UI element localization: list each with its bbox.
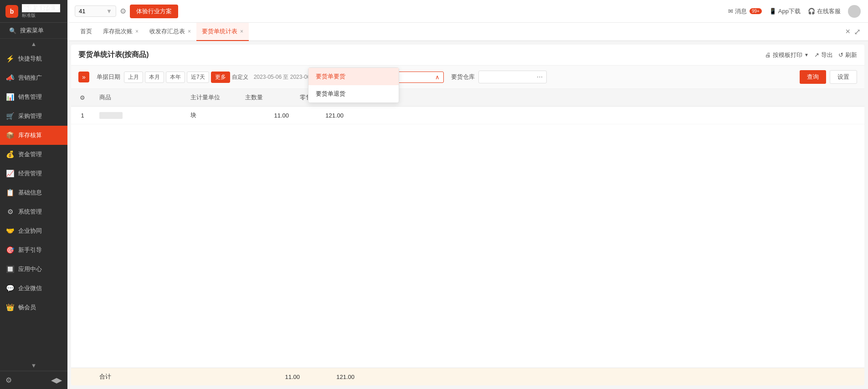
app-logo: b 畅捷通好生意 标准版 (0, 0, 67, 23)
sales-icon: 📊 (5, 92, 15, 102)
topbar: ▼ ⚙ 体验行业方案 ✉ 消息 99+ 📱 App下载 🎧 在线客服 (67, 0, 868, 23)
filter-row: » 单据日期 上月 本月 本年 近7天 更多 自定义 2023-05-06 至 … (78, 70, 857, 84)
sidebar-item-label: 新手引导 (18, 246, 42, 254)
sidebar-item-label: 经营管理 (18, 169, 42, 178)
export-button[interactable]: ↗ 导出 (814, 51, 833, 59)
sidebar-item-app-center[interactable]: 🔲 应用中心 (0, 260, 67, 279)
user-avatar[interactable] (848, 5, 861, 18)
tab-stock-summary[interactable]: 收发存汇总表 × (144, 23, 196, 41)
finance-icon: 💰 (5, 150, 15, 159)
query-button[interactable]: 查询 (800, 70, 826, 84)
sidebar-item-wechat[interactable]: 💬 企业微信 (0, 279, 67, 298)
purchase-icon: 🛒 (5, 112, 15, 121)
type-dropdown-menu: 要货单要货 要货单退货 (308, 67, 399, 103)
export-icon: ↗ (814, 51, 819, 58)
sidebar-item-purchase[interactable]: 🛒 采购管理 (0, 107, 67, 126)
sidebar-item-quick-nav[interactable]: ⚡ 快捷导航 (0, 49, 67, 68)
online-service-icon: 🎧 (808, 8, 815, 15)
app-download-icon: 📱 (769, 8, 776, 15)
sidebar-item-operations[interactable]: 📈 经营管理 (0, 164, 67, 183)
topbar-settings-icon[interactable]: ⚙ (120, 7, 126, 15)
sidebar-item-finance[interactable]: 💰 资金管理 (0, 145, 67, 164)
tab-close-icon[interactable]: × (135, 28, 139, 35)
maximize-icon[interactable]: ⤢ (854, 27, 861, 37)
date-btn-this-year[interactable]: 本年 (166, 72, 185, 83)
sidebar-item-member[interactable]: 👑 畅会员 (0, 298, 67, 317)
marketing-icon: 📣 (5, 73, 15, 82)
page-content: 要货单统计表(按商品) 🖨 按模板打印 ▼ ↗ 导出 ↺ 刷新 (71, 45, 864, 385)
online-service-button[interactable]: 🎧 在线客服 (808, 7, 841, 15)
more-filters-icon[interactable]: ··· (537, 73, 543, 81)
sidebar-item-marketing[interactable]: 📣 营销推广 (0, 68, 67, 87)
sidebar-item-inventory[interactable]: 📦 库存核算 (0, 126, 67, 145)
tabs-bar: 首页 库存批次账 × 收发存汇总表 × 要货单统计表 × × ⤢ (67, 23, 868, 41)
sidebar-item-enterprise[interactable]: 🤝 企业协同 (0, 221, 67, 241)
date-shortcuts: 上月 本月 本年 近7天 更多 自定义 (124, 72, 248, 83)
sidebar-item-guide[interactable]: 🎯 新手引导 (0, 241, 67, 260)
filter-actions: 查询 设置 (800, 70, 857, 84)
table-header: ⚙ 商品 主计量单位 主数量 零售金额 (71, 89, 864, 107)
date-btn-more[interactable]: 更多 (211, 72, 230, 83)
sidebar-nav: ⚡ 快捷导航 📣 营销推广 📊 销售管理 🛒 采购管理 📦 库存核算 💰 资金管… (0, 49, 67, 360)
tab-close-icon[interactable]: × (188, 28, 191, 35)
tab-label: 库存批次账 (103, 27, 133, 36)
refresh-button[interactable]: ↺ 刷新 (838, 51, 857, 59)
col-settings-icon: ⚙ (80, 94, 85, 101)
basic-info-icon: 📋 (5, 188, 15, 197)
sidebar-item-system[interactable]: ⚙ 系统管理 (0, 202, 67, 221)
sidebar-item-basic-info[interactable]: 📋 基础信息 (0, 183, 67, 202)
col-settings[interactable]: ⚙ (71, 89, 94, 107)
sidebar-item-label: 快捷导航 (18, 55, 42, 63)
settings-icon[interactable]: ⚙ (5, 376, 12, 384)
col-quantity: 主数量 (240, 89, 294, 107)
type-select-arrow-icon: ∧ (435, 74, 440, 81)
messages-button[interactable]: ✉ 消息 99+ (728, 7, 762, 15)
sidebar-search[interactable]: 🔍 搜索菜单 (0, 23, 67, 39)
topbar-search-box[interactable]: ▼ (75, 5, 116, 17)
tab-close-icon[interactable]: × (240, 28, 243, 35)
table-container: ⚙ 商品 主计量单位 主数量 零售金额 (71, 89, 864, 124)
close-all-icon[interactable]: × (845, 27, 850, 36)
date-btn-last-7days[interactable]: 近7天 (187, 72, 209, 83)
trial-button[interactable]: 体验行业方案 (130, 5, 178, 18)
operations-icon: 📈 (5, 169, 15, 178)
quick-nav-icon: ⚡ (5, 54, 15, 63)
app-download-button[interactable]: 📱 App下载 (769, 7, 801, 15)
sidebar-item-label: 基础信息 (18, 189, 42, 197)
topbar-left: ▼ ⚙ 体验行业方案 (75, 5, 728, 18)
page-title: 要货单统计表(按商品) (78, 50, 149, 60)
warehouse-input[interactable]: ··· (478, 71, 547, 83)
sidebar-item-label: 销售管理 (18, 93, 42, 101)
print-button[interactable]: 🖨 按模板打印 ▼ (765, 51, 809, 59)
total-amount: 121.00 (300, 374, 354, 380)
product-name-blurred (99, 112, 123, 119)
col-unit: 主计量单位 (185, 89, 240, 107)
dropdown-item-order-return[interactable]: 要货单退货 (308, 85, 399, 102)
export-label: 导出 (821, 51, 833, 59)
search-icon: 🔍 (9, 27, 16, 34)
date-btn-this-month[interactable]: 本月 (145, 72, 164, 83)
sidebar-item-sales[interactable]: 📊 销售管理 (0, 87, 67, 107)
tab-order-stats[interactable]: 要货单统计表 × (196, 23, 249, 41)
dropdown-item-label: 要货单退货 (316, 90, 345, 97)
tabs-close-all: × ⤢ (845, 27, 861, 37)
date-btn-last-month[interactable]: 上月 (124, 72, 143, 83)
sidebar-bottom: ⚙ ◀▶ (0, 371, 67, 389)
filter-area: » 单据日期 上月 本月 本年 近7天 更多 自定义 2023-05-06 至 … (71, 66, 864, 89)
tab-home-label: 首页 (80, 27, 92, 36)
custom-date-label[interactable]: 自定义 (232, 73, 248, 81)
sidebar-scroll-up[interactable]: ▲ (0, 39, 67, 49)
filter-settings-button[interactable]: 设置 (830, 70, 857, 84)
tab-home[interactable]: 首页 (75, 23, 98, 41)
refresh-icon: ↺ (838, 51, 843, 58)
sidebar-item-label: 资金管理 (18, 150, 42, 159)
warehouse-filter-group: 要货仓库 ··· (451, 71, 547, 83)
search-input[interactable] (79, 8, 106, 15)
dropdown-item-order-purchase[interactable]: 要货单要货 (308, 68, 399, 85)
inventory-icon: 📦 (5, 131, 15, 140)
filter-expand-button[interactable]: » (78, 72, 89, 82)
collapse-icon[interactable]: ◀▶ (51, 376, 62, 384)
tab-inventory-batch[interactable]: 库存批次账 × (98, 23, 144, 41)
sidebar-item-label: 系统管理 (18, 208, 42, 216)
sidebar-scroll-down[interactable]: ▼ (0, 360, 67, 371)
